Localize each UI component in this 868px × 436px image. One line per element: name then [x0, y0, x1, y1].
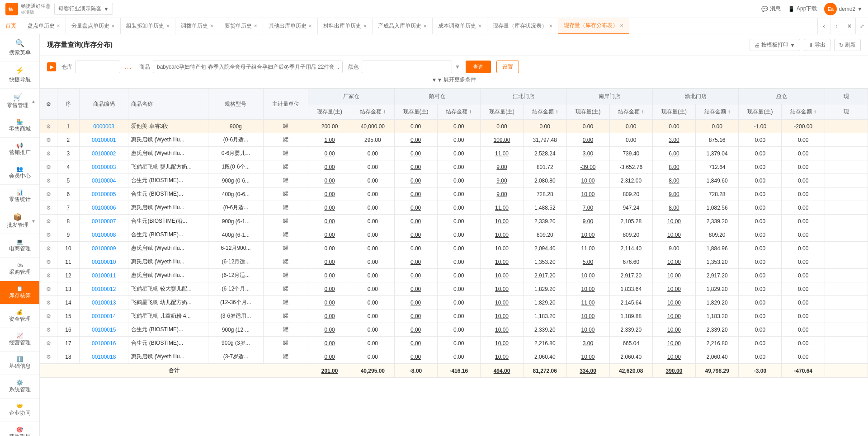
row-w5-qty[interactable]: 10.00 [652, 228, 695, 242]
row-gear[interactable]: ⚙ [40, 337, 57, 350]
w5-amt-info[interactable]: ℹ [728, 109, 730, 114]
row-w2-qty[interactable]: 0.00 [394, 160, 437, 174]
tab-close-cost-adjust[interactable]: ✕ [478, 23, 481, 28]
row-gear[interactable]: ⚙ [40, 174, 57, 188]
row-gear[interactable]: ⚙ [40, 282, 57, 296]
row-w5-qty[interactable]: 6.00 [652, 147, 695, 160]
row-w3-qty[interactable]: 10.00 [481, 255, 524, 269]
tab-material-out[interactable]: 材料出库单历史 ✕ [318, 18, 373, 34]
row-w4-qty[interactable]: 9.00 [566, 215, 609, 228]
tab-close-all-btn[interactable]: ✕ [843, 18, 855, 34]
row-w3-qty[interactable]: 9.00 [481, 174, 524, 188]
row-gear[interactable]: ⚙ [40, 350, 57, 364]
summary-w5-qty[interactable]: 390.00 [652, 364, 695, 378]
row-w2-qty[interactable]: 0.00 [394, 147, 437, 160]
row-w2-qty[interactable]: 0.00 [394, 228, 437, 242]
row-w5-qty[interactable]: 10.00 [652, 309, 695, 323]
row-w3-qty[interactable]: 10.00 [481, 296, 524, 309]
expand-more-btn[interactable]: ▼▼ 展开更多条件 [47, 76, 861, 84]
row-gear[interactable]: ⚙ [40, 296, 57, 309]
row-w2-qty[interactable]: 0.00 [394, 215, 437, 228]
row-gear[interactable]: ⚙ [40, 269, 57, 282]
row-gear[interactable]: ⚙ [40, 133, 57, 147]
row-w3-qty[interactable]: 10.00 [481, 228, 524, 242]
row-w1-qty[interactable]: 0.00 [308, 309, 351, 323]
row-w5-qty[interactable]: 3.00 [652, 133, 695, 147]
row-w5-qty[interactable]: 10.00 [652, 337, 695, 350]
row-gear[interactable]: ⚙ [40, 323, 57, 337]
row-w1-qty[interactable]: 0.00 [308, 255, 351, 269]
sidebar-item-guide[interactable]: 🎯 新手引导 [0, 422, 39, 436]
search-btn[interactable]: 查询 [466, 61, 491, 73]
row-w2-qty[interactable]: 0.00 [394, 133, 437, 147]
total-amt-info[interactable]: ℹ [814, 109, 816, 114]
row-w3-qty[interactable]: 10.00 [481, 323, 524, 337]
row-w3-qty[interactable]: 9.00 [481, 160, 524, 174]
row-gear[interactable]: ⚙ [40, 201, 57, 215]
sidebar-item-member[interactable]: 👥 会员中心 [0, 161, 39, 185]
filter-toggle-btn[interactable]: ▶ [47, 62, 56, 71]
col-header-gear[interactable]: ⚙ [40, 89, 57, 120]
summary-w4-qty[interactable]: 334.00 [566, 364, 609, 378]
row-w2-qty[interactable]: 0.00 [394, 337, 437, 350]
sidebar-item-wholesale[interactable]: 📦 批发管理 ▼ [0, 208, 39, 234]
row-w5-qty[interactable]: 0.00 [652, 120, 695, 133]
row-w1-qty[interactable]: 200.00 [308, 120, 351, 133]
row-gear[interactable]: ⚙ [40, 147, 57, 160]
tab-stocktake[interactable]: 盘点单历史 ✕ [22, 18, 66, 34]
row-w3-qty[interactable]: 10.00 [481, 337, 524, 350]
color-input[interactable] [362, 61, 452, 73]
row-w2-qty[interactable]: 0.00 [394, 296, 437, 309]
message-btn[interactable]: 💬 消息 [761, 5, 781, 13]
tab-stock-dist[interactable]: 现存量（库存分布表） ✕ [558, 18, 629, 34]
row-w4-qty[interactable]: 0.00 [566, 133, 609, 147]
row-w3-qty[interactable]: 10.00 [481, 309, 524, 323]
sidebar-item-enterprise[interactable]: 🤝 企业协同 [0, 398, 39, 422]
row-w1-qty[interactable]: 0.00 [308, 228, 351, 242]
row-w3-qty[interactable]: 10.00 [481, 282, 524, 296]
tab-close-split[interactable]: ✕ [111, 23, 115, 28]
sidebar-item-ecommerce[interactable]: 💻 电商管理 [0, 234, 39, 258]
tab-stock-status[interactable]: 现存量（库存状况表） ✕ [487, 18, 558, 34]
row-w5-qty[interactable]: 9.00 [652, 188, 695, 201]
row-w1-qty[interactable]: 1.00 [308, 133, 351, 147]
tab-cost-adjust[interactable]: 成本调整单历史 ✕ [433, 18, 487, 34]
sidebar-item-shop[interactable]: 🏪 零售商城 [0, 114, 39, 138]
row-w3-qty[interactable]: 109.00 [481, 133, 524, 147]
row-w5-qty[interactable]: 9.00 [652, 242, 695, 255]
row-gear[interactable]: ⚙ [40, 309, 57, 323]
sidebar-item-basic[interactable]: ℹ️ 基础信息 [0, 352, 39, 375]
export-btn[interactable]: ⬇ 导出 [804, 39, 830, 51]
w3-amt-info[interactable]: ℹ [556, 109, 558, 114]
row-w5-qty[interactable]: 10.00 [652, 215, 695, 228]
row-w2-qty[interactable]: 0.00 [394, 255, 437, 269]
row-w1-qty[interactable]: 0.00 [308, 296, 351, 309]
sidebar-item-purchase[interactable]: 🛍 采购管理 [0, 258, 39, 281]
row-w4-qty[interactable]: 5.00 [566, 255, 609, 269]
row-w2-qty[interactable]: 0.00 [394, 120, 437, 133]
tab-close-assembly[interactable]: ✕ [166, 23, 170, 28]
row-w5-qty[interactable]: 10.00 [652, 350, 695, 364]
row-w5-qty[interactable]: 8.00 [652, 201, 695, 215]
tab-maximize-btn[interactable]: ⤢ [855, 18, 868, 34]
row-w1-qty[interactable]: 0.00 [308, 201, 351, 215]
row-w2-qty[interactable]: 0.00 [394, 174, 437, 188]
row-w2-qty[interactable]: 0.00 [394, 201, 437, 215]
row-w4-qty[interactable]: 10.00 [566, 228, 609, 242]
tab-transfer[interactable]: 调拨单历史 ✕ [175, 18, 219, 34]
sidebar-item-marketing[interactable]: 📢 营销推广 [0, 138, 39, 161]
row-w4-qty[interactable]: 0.00 [566, 120, 609, 133]
row-w3-qty[interactable]: 0.00 [481, 120, 524, 133]
tab-close-product-in[interactable]: ✕ [423, 23, 427, 28]
sidebar-item-search[interactable]: 🔍 搜索英单 [0, 34, 39, 61]
table-container[interactable]: ⚙ 序 商品编码 商品名称 规格型号 主计量单位 厂家仓 陌村仓 江北门店 南岸… [40, 89, 868, 436]
row-w4-qty[interactable]: 10.00 [566, 323, 609, 337]
row-w4-qty[interactable]: 10.00 [566, 309, 609, 323]
app-download-btn[interactable]: 📱 App下载 [788, 5, 817, 13]
row-gear[interactable]: ⚙ [40, 255, 57, 269]
row-w1-qty[interactable]: 0.00 [308, 282, 351, 296]
row-w2-qty[interactable]: 0.00 [394, 269, 437, 282]
print-btn[interactable]: 🖨 按模板打印 ▼ [750, 39, 800, 51]
row-w2-qty[interactable]: 0.00 [394, 309, 437, 323]
tab-close-other-out[interactable]: ✕ [308, 23, 312, 28]
